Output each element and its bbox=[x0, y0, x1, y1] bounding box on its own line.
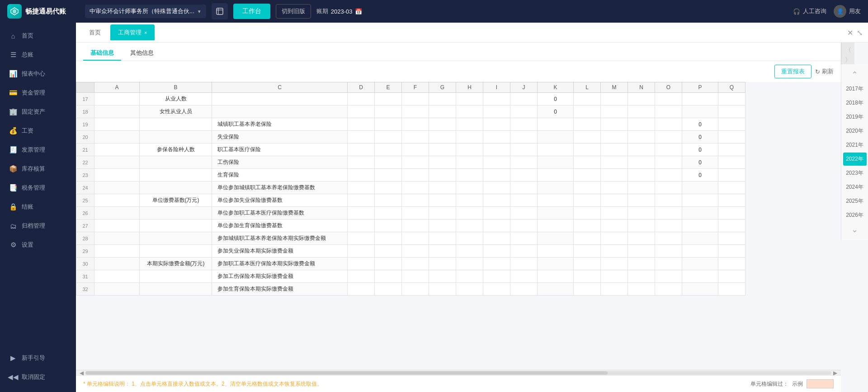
cell-col-p[interactable] bbox=[682, 270, 718, 283]
sidebar-item-capital[interactable]: 💳 资金管理 bbox=[0, 83, 76, 102]
expand-window-button[interactable]: ⤡ bbox=[857, 29, 863, 37]
cell-col-i[interactable] bbox=[483, 93, 510, 105]
cell-col-h[interactable] bbox=[456, 156, 483, 169]
cell-col-i[interactable] bbox=[483, 105, 510, 118]
cell-col-d[interactable] bbox=[348, 258, 375, 270]
cell-col-e[interactable] bbox=[375, 258, 402, 270]
year-item[interactable]: 2019年 bbox=[843, 110, 867, 124]
spreadsheet[interactable]: A B C D E F G H I J bbox=[76, 82, 841, 370]
cell-col-a[interactable] bbox=[94, 283, 140, 296]
cell-col-h[interactable] bbox=[456, 131, 483, 143]
cell-col-g[interactable] bbox=[429, 270, 456, 283]
cell-col-l[interactable] bbox=[574, 207, 601, 220]
cell-col-b[interactable] bbox=[140, 207, 212, 220]
cell-col-j[interactable] bbox=[510, 258, 538, 270]
cell-col-f[interactable] bbox=[402, 182, 429, 194]
cell-col-j[interactable] bbox=[510, 105, 538, 118]
cell-col-l[interactable] bbox=[574, 220, 601, 232]
cell-col-q[interactable] bbox=[718, 118, 745, 131]
cell-col-d[interactable] bbox=[348, 220, 375, 232]
calendar-icon[interactable]: 📅 bbox=[355, 8, 362, 15]
cell-col-j[interactable] bbox=[510, 131, 538, 143]
cell-col-a[interactable] bbox=[94, 207, 140, 220]
cell-col-e[interactable] bbox=[375, 169, 402, 182]
cell-col-d[interactable] bbox=[348, 105, 375, 118]
cell-col-j[interactable] bbox=[510, 182, 538, 194]
cell-col-f[interactable] bbox=[402, 283, 429, 296]
cell-col-p[interactable] bbox=[682, 220, 718, 232]
sub-tab-basic[interactable]: 基础信息 bbox=[83, 46, 121, 61]
cell-col-d[interactable] bbox=[348, 245, 375, 258]
cell-col-i[interactable] bbox=[483, 143, 510, 156]
cell-col-n[interactable] bbox=[628, 182, 655, 194]
cell-col-h[interactable] bbox=[456, 93, 483, 105]
cell-col-o[interactable] bbox=[655, 93, 682, 105]
cell-col-a[interactable] bbox=[94, 232, 140, 245]
old-version-button[interactable]: 切到旧版 bbox=[276, 4, 311, 19]
cell-col-l[interactable] bbox=[574, 270, 601, 283]
cell-col-c[interactable]: 生育保险 bbox=[212, 169, 348, 182]
cell-col-d[interactable] bbox=[348, 194, 375, 207]
sidebar-item-salary[interactable]: 💰 工资 bbox=[0, 121, 76, 140]
sidebar-item-close[interactable]: 🔒 结账 bbox=[0, 197, 76, 216]
cell-col-n[interactable] bbox=[628, 220, 655, 232]
cell-col-n[interactable] bbox=[628, 118, 655, 131]
cell-col-i[interactable] bbox=[483, 169, 510, 182]
cell-col-f[interactable] bbox=[402, 232, 429, 245]
cell-col-b[interactable]: 从业人数 bbox=[140, 93, 212, 105]
cell-col-k[interactable] bbox=[538, 270, 574, 283]
cell-col-h[interactable] bbox=[456, 207, 483, 220]
collapse-left-icon[interactable]: 〈 bbox=[845, 46, 851, 54]
cell-col-q[interactable] bbox=[718, 156, 745, 169]
cell-col-h[interactable] bbox=[456, 182, 483, 194]
cell-col-l[interactable] bbox=[574, 169, 601, 182]
cell-col-m[interactable] bbox=[601, 270, 628, 283]
cell-col-g[interactable] bbox=[429, 93, 456, 105]
cell-col-h[interactable] bbox=[456, 258, 483, 270]
year-item[interactable]: 2023年 bbox=[843, 167, 867, 180]
cell-col-o[interactable] bbox=[655, 182, 682, 194]
cell-col-i[interactable] bbox=[483, 258, 510, 270]
cell-col-n[interactable] bbox=[628, 156, 655, 169]
cell-col-q[interactable] bbox=[718, 105, 745, 118]
cell-col-i[interactable] bbox=[483, 283, 510, 296]
cell-col-j[interactable] bbox=[510, 169, 538, 182]
cell-col-d[interactable] bbox=[348, 283, 375, 296]
workbench-button[interactable]: 工作台 bbox=[233, 4, 270, 19]
cell-col-l[interactable] bbox=[574, 182, 601, 194]
cell-col-c[interactable]: 参加失业保险本期实际缴费金额 bbox=[212, 245, 348, 258]
cell-col-c[interactable]: 单位参加失业保险缴费基数 bbox=[212, 194, 348, 207]
cell-col-k[interactable] bbox=[538, 169, 574, 182]
cell-col-g[interactable] bbox=[429, 169, 456, 182]
cell-col-l[interactable] bbox=[574, 118, 601, 131]
tab-close-button[interactable]: × bbox=[144, 30, 147, 35]
cell-col-i[interactable] bbox=[483, 220, 510, 232]
cell-col-d[interactable] bbox=[348, 182, 375, 194]
cell-col-l[interactable] bbox=[574, 93, 601, 105]
year-item[interactable]: 2021年 bbox=[843, 139, 867, 152]
cell-col-h[interactable] bbox=[456, 283, 483, 296]
tab-business[interactable]: 工商管理 × bbox=[110, 24, 155, 40]
cell-col-i[interactable] bbox=[483, 270, 510, 283]
sidebar-item-inventory[interactable]: 📦 库存核算 bbox=[0, 159, 76, 178]
cell-col-m[interactable] bbox=[601, 220, 628, 232]
cell-col-m[interactable] bbox=[601, 131, 628, 143]
cell-col-q[interactable] bbox=[718, 182, 745, 194]
cell-col-o[interactable] bbox=[655, 131, 682, 143]
cell-col-i[interactable] bbox=[483, 194, 510, 207]
cell-col-a[interactable] bbox=[94, 118, 140, 131]
cell-col-c[interactable]: 工伤保险 bbox=[212, 156, 348, 169]
cell-col-n[interactable] bbox=[628, 194, 655, 207]
sidebar-item-tax[interactable]: 📑 税务管理 bbox=[0, 178, 76, 197]
cell-col-p[interactable] bbox=[682, 182, 718, 194]
cell-col-i[interactable] bbox=[483, 182, 510, 194]
cell-col-q[interactable] bbox=[718, 220, 745, 232]
close-window-button[interactable]: ✕ bbox=[847, 29, 853, 37]
cell-col-a[interactable] bbox=[94, 105, 140, 118]
cell-col-l[interactable] bbox=[574, 105, 601, 118]
cell-col-p[interactable] bbox=[682, 258, 718, 270]
cell-col-i[interactable] bbox=[483, 118, 510, 131]
cell-col-n[interactable] bbox=[628, 105, 655, 118]
cell-col-i[interactable] bbox=[483, 245, 510, 258]
cell-col-l[interactable] bbox=[574, 143, 601, 156]
